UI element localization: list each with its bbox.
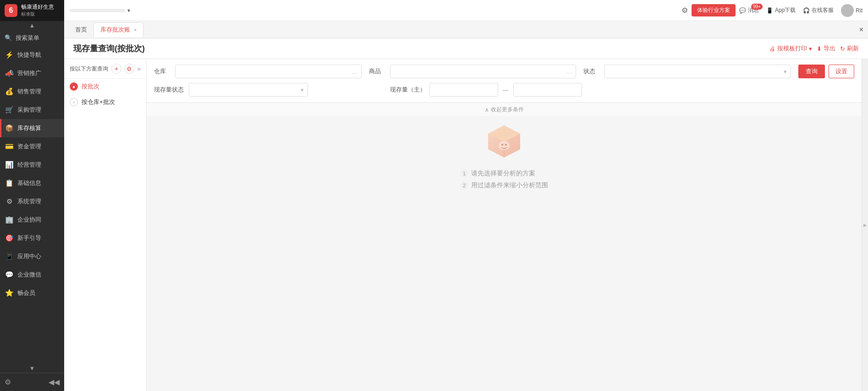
- sidebar-header: 6 畅康通好生意 标准版: [0, 0, 64, 21]
- filter-stock-status: 现存量状态 ▾: [154, 83, 383, 97]
- sidebar-item-inventory[interactable]: 📦 库存核算: [0, 119, 64, 137]
- sidebar-item-finance[interactable]: 💳 资金管理: [0, 137, 64, 156]
- purchase-icon: 🛒: [5, 105, 14, 114]
- sidebar-item-quick-nav[interactable]: ⚡ 快捷导航: [0, 46, 64, 64]
- empty-state-icon: [481, 116, 527, 162]
- search-icon: 🔍: [5, 34, 12, 41]
- message-button[interactable]: 💬 消息 99+: [739, 6, 759, 14]
- query-button[interactable]: 查询: [798, 65, 825, 78]
- sidebar-item-purchase[interactable]: 🛒 采购管理: [0, 101, 64, 119]
- wechat-icon: 💬: [5, 270, 14, 279]
- refresh-button[interactable]: ↻ 刷新: [840, 44, 859, 53]
- status-select[interactable]: ▾: [604, 65, 791, 78]
- left-panel-header: 按以下方案查询 + ⚙ »: [64, 59, 146, 79]
- sidebar-scroll-up[interactable]: ▲: [0, 21, 64, 30]
- refresh-icon: ↻: [840, 45, 845, 52]
- sidebar-item-app[interactable]: 📱 应用中心: [0, 247, 64, 266]
- warehouse-input[interactable]: …: [175, 65, 362, 78]
- member-icon: ⭐: [5, 288, 14, 298]
- avatar: [841, 4, 854, 17]
- current-path: [70, 9, 125, 12]
- export-button[interactable]: ⬇ 导出: [817, 44, 835, 53]
- empty-state: 1 请先选择要分析的方案 2 用过滤条件来缩小分析范围: [147, 116, 862, 190]
- user-profile[interactable]: Rit: [841, 4, 863, 17]
- sidebar-footer: ⚙ ◀◀: [0, 373, 64, 391]
- system-icon: ⚙: [5, 197, 14, 206]
- sidebar-item-member[interactable]: ⭐ 畅会员: [0, 284, 64, 302]
- scheme-active-dot: ●: [70, 82, 78, 91]
- sales-icon: 💰: [5, 87, 14, 96]
- sidebar-item-sales[interactable]: 💰 销售管理: [0, 82, 64, 101]
- sidebar-search[interactable]: 🔍 搜索菜单: [0, 30, 64, 46]
- sidebar-company: 畅康通好生意 标准版: [21, 4, 54, 17]
- svg-point-6: [505, 144, 507, 146]
- inventory-icon: 📦: [5, 124, 14, 133]
- sidebar-item-basic[interactable]: 📋 基础信息: [0, 174, 64, 192]
- right-panel: 仓库 … 商品 … 状态: [147, 59, 862, 391]
- sidebar-item-operations[interactable]: 📊 经营管理: [0, 156, 64, 174]
- page-title: 现存量查询(按批次): [73, 43, 145, 54]
- empty-tips: 1 请先选择要分析的方案 2 用过滤条件来缩小分析范围: [460, 169, 548, 190]
- tab-home[interactable]: 首页: [69, 22, 93, 37]
- filter-area: 仓库 … 商品 … 状态: [147, 59, 862, 103]
- scheme-settings-button[interactable]: ⚙: [124, 64, 134, 74]
- tab-close-icon[interactable]: ×: [134, 27, 137, 33]
- experience-button[interactable]: 体验行业方案: [692, 4, 736, 16]
- sidebar-item-newbie[interactable]: 🎯 新手引导: [0, 229, 64, 247]
- tab-inventory-batch[interactable]: 库存批次账 ×: [93, 22, 143, 37]
- add-scheme-button[interactable]: +: [111, 64, 121, 74]
- marketing-icon: 📣: [5, 69, 14, 78]
- message-badge: 99+: [751, 4, 763, 10]
- collapse-more-conditions[interactable]: ∧ 收起更多条件: [147, 103, 862, 116]
- sidebar: 6 畅康通好生意 标准版 ▲ 🔍 搜索菜单 ⚡ 快捷导航 📣 营销推广 💰 销售…: [0, 0, 64, 391]
- scheme-by-warehouse-batch[interactable]: ○ 按仓库+批次: [64, 94, 146, 110]
- filter-row-1: 仓库 … 商品 … 状态: [154, 65, 854, 78]
- content-area: 按以下方案查询 + ⚙ » ● 按批次 ○ 按仓库+批次: [64, 59, 868, 391]
- basic-icon: 📋: [5, 179, 14, 188]
- far-right-bar: ▶: [862, 59, 868, 391]
- online-service-button[interactable]: 🎧 在线客服: [803, 6, 834, 14]
- page-actions: 🖨 按模板打印 ▾ ⬇ 导出 ↻ 刷新: [769, 44, 859, 53]
- panel-close-button[interactable]: ×: [859, 26, 863, 34]
- stock-status-select[interactable]: ▾: [189, 83, 308, 97]
- filter-product: 商品 …: [369, 65, 577, 78]
- right-bar-arrow: ▶: [863, 223, 867, 228]
- main-area: ▾ ⚙ 体验行业方案 💬 消息 99+ 📱 App下载 🎧 在线客服 Rit: [64, 0, 868, 391]
- settings-button[interactable]: 设置: [829, 65, 854, 78]
- footer-settings-icon[interactable]: ⚙: [5, 378, 11, 386]
- message-icon: 💬: [739, 7, 746, 14]
- operations-icon: 📊: [5, 160, 14, 169]
- empty-tip-1: 1 请先选择要分析的方案: [460, 169, 548, 178]
- sidebar-item-marketing[interactable]: 📣 营销推广: [0, 64, 64, 82]
- sidebar-scroll-down[interactable]: ▼: [0, 364, 64, 373]
- sidebar-nav: 🔍 搜索菜单 ⚡ 快捷导航 📣 营销推广 💰 销售管理 🛒 采购管理 📦 库存核…: [0, 30, 64, 364]
- page-header: 现存量查询(按批次) 🖨 按模板打印 ▾ ⬇ 导出 ↻ 刷新: [64, 38, 868, 59]
- app-icon: 📱: [5, 252, 14, 261]
- scheme-by-batch[interactable]: ● 按批次: [64, 79, 146, 94]
- product-input[interactable]: …: [390, 65, 577, 78]
- filter-stock-quantity: 现存量（主） —: [390, 83, 619, 97]
- scheme-inactive-dot: ○: [70, 98, 78, 106]
- stock-qty-min-input[interactable]: [429, 83, 498, 97]
- svg-point-5: [501, 144, 503, 146]
- quick-nav-icon: ⚡: [5, 50, 14, 60]
- tabs-bar: 首页 库存批次账 × ×: [64, 21, 868, 38]
- topbar-gear-icon[interactable]: ⚙: [681, 6, 688, 15]
- stock-qty-max-input[interactable]: [513, 83, 582, 97]
- printer-icon: 🖨: [769, 45, 775, 52]
- footer-collapse-icon[interactable]: ◀◀: [49, 378, 60, 386]
- panel-collapse-button[interactable]: »: [137, 65, 141, 72]
- sidebar-item-enterprise[interactable]: 🏢 企业协同: [0, 211, 64, 229]
- filter-actions: 查询 设置: [798, 65, 854, 78]
- topbar-right: 💬 消息 99+ 📱 App下载 🎧 在线客服 Rit: [739, 4, 863, 17]
- sidebar-item-system[interactable]: ⚙ 系统管理: [0, 192, 64, 211]
- right-panel-content: 1 请先选择要分析的方案 2 用过滤条件来缩小分析范围: [147, 116, 862, 391]
- breadcrumb-dropdown[interactable]: ▾: [127, 7, 130, 14]
- left-panel-actions: + ⚙ »: [111, 64, 141, 74]
- chevron-up-icon: ∧: [485, 107, 489, 113]
- app-download-button[interactable]: 📱 App下载: [766, 6, 796, 14]
- print-button[interactable]: 🖨 按模板打印 ▾: [769, 44, 812, 53]
- filter-warehouse: 仓库 …: [154, 65, 362, 78]
- sidebar-item-wechat[interactable]: 💬 企业微信: [0, 266, 64, 284]
- empty-tip-2: 2 用过滤条件来缩小分析范围: [460, 181, 548, 190]
